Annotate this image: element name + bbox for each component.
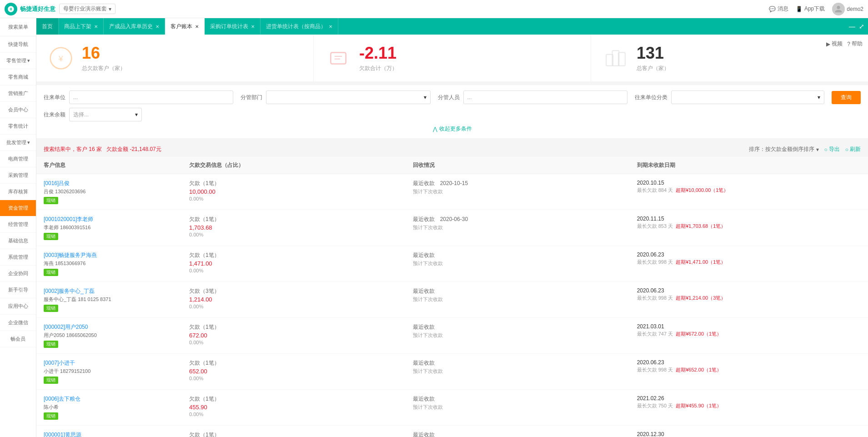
sidebar-item-finance[interactable]: 资金管理 [0, 200, 36, 216]
tab-customer-account[interactable]: 客户账本 ✕ [165, 18, 205, 35]
next-payment-label: 预计下次收款 [413, 224, 637, 231]
sort-selector[interactable]: 排序：按欠款金额倒序排序 ▾ [749, 146, 819, 153]
last-payment-label: 最近收款 2020-06-30 [413, 216, 637, 223]
debt-amount: 672.00 [189, 332, 413, 339]
debt-cell: 欠款（1笔） 429.00 0.00% [189, 431, 413, 437]
department-select[interactable]: ▾ [266, 90, 430, 104]
close-tab-icon[interactable]: ✕ [156, 24, 159, 29]
sidebar-item-member[interactable]: 会员中心 [0, 102, 36, 118]
close-tab-icon[interactable]: ✕ [251, 24, 255, 29]
due-date: 2020.12.30 [637, 431, 861, 437]
customer-name-link[interactable]: [0002]服务中心_丁磊 [44, 287, 189, 295]
industry-selector[interactable]: 母婴行业演示账套 ▾ [59, 4, 115, 14]
due-date: 2021.03.01 [637, 323, 861, 330]
tab-product-history[interactable]: 产成品入库单历史 ✕ [104, 18, 165, 35]
sidebar-item-label: 经营管理 [8, 221, 28, 227]
maximize-icon[interactable]: ⤢ [859, 23, 864, 30]
customer-cell: [0003]畅捷服务尹海燕 海燕 18513066976 现销 [44, 251, 189, 276]
customer-phone: 海燕 18513066976 [44, 260, 189, 267]
tab-purchase-order[interactable]: 采购订单统计表 ✕ [205, 18, 261, 35]
help-link[interactable]: ? 帮助 [847, 40, 863, 48]
logo-area: 畅捷通好生意 [5, 3, 55, 15]
from-unit-input[interactable]: ... [69, 90, 233, 104]
tab-purchase-stats[interactable]: 进货单统计表（按商品） ✕ [261, 18, 338, 35]
close-tab-icon[interactable]: ✕ [195, 24, 199, 29]
close-tab-icon[interactable]: ✕ [94, 24, 98, 29]
unit-category-select[interactable]: ▾ [671, 90, 824, 104]
last-payment-label: 最近收款 [413, 323, 637, 331]
customer-name-link[interactable]: [0001020001]李老师 [44, 216, 189, 223]
customer-name-link[interactable]: [000002]用户2050 [44, 323, 189, 331]
tab-label: 进货单统计表（按商品） [266, 23, 326, 30]
search-menu-button[interactable]: 搜索菜单 [4, 22, 32, 32]
customer-name-link[interactable]: [0006]去下粮仓 [44, 395, 189, 403]
balance-select[interactable]: 选择... ▾ [69, 108, 142, 121]
tab-bar-actions: — ⤢ [845, 23, 868, 30]
sidebar-item-batch-manage[interactable]: 批发管理 ▾ [0, 135, 36, 151]
collapse-button[interactable]: ⋀ 收起更多条件 [44, 125, 861, 133]
tab-home[interactable]: 首页 [36, 18, 59, 35]
result-customer-suffix: 家 [96, 146, 102, 152]
sidebar-item-retail-mall[interactable]: 零售商城 [0, 69, 36, 85]
sidebar-item-app-center[interactable]: 应用中心 [0, 298, 36, 315]
next-payment-label: 预计下次收款 [413, 404, 637, 411]
avatar [832, 3, 845, 15]
sidebar-item-purchase[interactable]: 采购管理 [0, 167, 36, 184]
top-bar-right: 💬 消息 📱 App下载 demo2 [769, 3, 863, 15]
overdue-amount-link[interactable]: 超期¥672.00（1笔） [676, 331, 722, 337]
customer-name-link[interactable]: [0007]小进干 [44, 359, 189, 367]
due-cell: 2020.11.15 最长欠款 853 天 超期¥1,703.68（1笔） [637, 216, 861, 230]
sidebar-item-operations[interactable]: 经营管理 [0, 216, 36, 233]
app-download-button[interactable]: 📱 App下载 [796, 5, 825, 13]
manager-input[interactable]: ... [463, 90, 627, 104]
sidebar-item-marketing[interactable]: 营销推广 [0, 85, 36, 102]
minimize-icon[interactable]: — [849, 23, 855, 30]
overdue-amount-link[interactable]: 超期¥1,214.00（3笔） [676, 295, 726, 301]
refresh-button[interactable]: ○ 刷新 [845, 146, 861, 153]
stat-owed-customers-body: 16 总欠款客户（家） [82, 44, 302, 72]
chevron-down-icon: ▾ [27, 140, 30, 146]
export-label: 导出 [829, 146, 840, 153]
close-tab-icon[interactable]: ✕ [329, 24, 332, 29]
customer-name-link[interactable]: [0016]吕俊 [44, 180, 189, 187]
message-button[interactable]: 💬 消息 [769, 5, 788, 13]
debt-label: 欠款（1笔） [189, 359, 413, 367]
overdue-amount-link[interactable]: 超期¥1,703.68（1笔） [676, 223, 726, 229]
customer-name-link[interactable]: [0003]畅捷服务尹海燕 [44, 251, 189, 259]
overdue-amount-link[interactable]: 超期¥1,471.00（1笔） [676, 259, 726, 265]
due-detail: 最长欠款 747 天 超期¥672.00（1笔） [637, 331, 861, 337]
overdue-amount-link[interactable]: 超期¥10,000.00（1笔） [676, 187, 728, 193]
video-link[interactable]: ▶ 视频 [826, 40, 843, 48]
sidebar-item-retail-stats[interactable]: 零售统计 [0, 118, 36, 135]
sidebar-item-vip[interactable]: 畅会员 [0, 331, 36, 347]
sidebar-item-enterprise[interactable]: 企业协同 [0, 266, 36, 282]
customer-name-link[interactable]: [000001]黄思源 [44, 431, 189, 437]
export-button[interactable]: ○ 导出 [824, 146, 840, 153]
sidebar-item-basic-info[interactable]: 基础信息 [0, 233, 36, 249]
result-debt-prefix: 欠款金额 [106, 146, 128, 152]
overdue-amount-link[interactable]: 超期¥652.00（1笔） [676, 367, 722, 372]
sidebar-item-system[interactable]: 系统管理 [0, 249, 36, 266]
due-detail: 最长欠款 853 天 超期¥1,703.68（1笔） [637, 223, 861, 230]
username-label: demo2 [847, 6, 863, 12]
overdue-amount-link[interactable]: 超期¥455.90（1笔） [676, 403, 722, 408]
sidebar-item-label: 系统管理 [8, 254, 28, 260]
user-avatar-area[interactable]: demo2 [832, 3, 863, 15]
table-header: 客户信息 欠款交易信息（占比） 回收情况 到期未收款日期 [36, 157, 868, 174]
sidebar-item-wechat[interactable]: 企业微信 [0, 315, 36, 331]
balance-filter: 往来余额 选择... ▾ [44, 108, 861, 121]
stat-card-total-customers: 131 总客户（家） ▶ 视频 ? 帮助 [591, 35, 868, 81]
tab-bar: 首页 商品上下架 ✕ 产成品入库单历史 ✕ 客户账本 ✕ 采购订单统计表 ✕ 进… [36, 18, 868, 35]
sidebar-item-new-guide[interactable]: 新手引导 [0, 282, 36, 298]
tab-product-offline[interactable]: 商品上下架 ✕ [59, 18, 104, 35]
sidebar-item-inventory[interactable]: 库存核算 [0, 184, 36, 200]
sidebar-item-label: 零售管理 [6, 57, 26, 64]
overdue-days: 最长欠款 998 天 [637, 367, 673, 372]
search-button[interactable]: 查询 [832, 91, 861, 104]
sidebar-item-quick-nav[interactable]: 快捷导航 [0, 36, 36, 53]
next-payment-label: 预计下次收款 [413, 296, 637, 303]
customer-cell: [0002]服务中心_丁磊 服务中心_丁磊 181 0125 8371 现销 [44, 287, 189, 312]
sidebar-item-label: 零售统计 [8, 123, 28, 129]
sidebar-item-ecommerce[interactable]: 电商管理 [0, 151, 36, 167]
sidebar-item-retail-manage[interactable]: 零售管理 ▾ [0, 53, 36, 69]
